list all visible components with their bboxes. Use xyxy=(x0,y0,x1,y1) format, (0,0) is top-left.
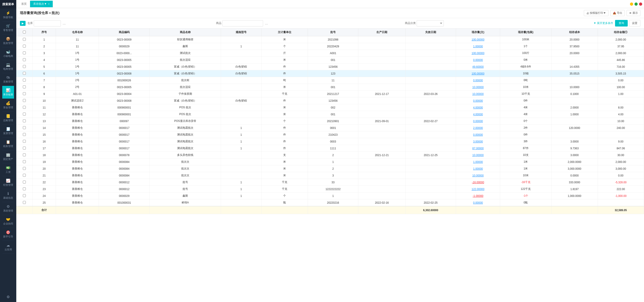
tab-close-1[interactable]: × xyxy=(48,3,50,5)
cell-amount-23: -1,000.00 xyxy=(598,193,644,199)
cell-qty-main-15[interactable]: 3.00000 xyxy=(456,138,500,145)
cell-qty-pack-22: 122千克 xyxy=(500,186,552,193)
sidebar-item-小鲸电商[interactable]: 🐋小鲸电商 xyxy=(2,47,14,60)
export-button[interactable]: 📤 导出 xyxy=(610,10,625,16)
cell-qty-main-12[interactable]: 0.00000 xyxy=(456,118,500,125)
sidebar-label-12: 工资 xyxy=(6,171,11,173)
warehouse-input[interactable] xyxy=(34,20,61,27)
print-button[interactable]: 🖨 按模版打印▼ xyxy=(584,10,608,16)
cell-qty-main-0[interactable]: 100.00000 xyxy=(456,36,500,43)
row-select-4[interactable] xyxy=(23,65,26,68)
row-select-13[interactable] xyxy=(23,126,26,129)
sidebar-item-电商管理[interactable]: 💻电商管理 xyxy=(2,60,14,73)
row-select-6[interactable] xyxy=(23,79,26,82)
row-select-0[interactable] xyxy=(23,38,26,41)
row-select-11[interactable] xyxy=(23,113,26,115)
goods-input[interactable] xyxy=(222,20,263,27)
sidebar-item-系统管理[interactable]: ⚙系统管理 xyxy=(2,202,14,215)
sidebar-item-企业协同[interactable]: 🤝企业协同 xyxy=(2,215,14,228)
row-select-16[interactable] xyxy=(23,146,26,149)
cell-qty-main-6[interactable]: 0.00000 xyxy=(456,77,500,84)
warehouse-label: 仓库 xyxy=(27,21,33,25)
sidebar-label-5: 采购管理 xyxy=(3,80,13,83)
cell-batch-15: 0003 xyxy=(308,138,358,145)
cell-qty-main-4[interactable]: 49.60000 xyxy=(456,63,500,70)
row-select-8[interactable] xyxy=(23,92,26,95)
row-select-20[interactable] xyxy=(23,174,26,177)
display-button[interactable]: 👁 展示 xyxy=(626,10,640,16)
tab-item-1[interactable]: 库存批次▼× xyxy=(30,1,53,7)
sidebar-item-资金管理[interactable]: 💰资金管理 xyxy=(2,99,14,112)
search-button[interactable]: 查询 xyxy=(615,20,628,27)
maximize-button[interactable] xyxy=(634,3,638,6)
cell-qty-main-21[interactable]: -16.00000 xyxy=(456,179,500,186)
sidebar-item-库存核算[interactable]: 📊库存核算 xyxy=(2,86,14,99)
cell-warehouse-1: 11 xyxy=(56,43,99,50)
cell-qty-main-7[interactable]: 10.00000 xyxy=(456,84,500,91)
row-select-3[interactable] xyxy=(23,58,26,61)
sidebar-item-工资[interactable]: 💵工资 xyxy=(2,163,14,176)
tab-item-0[interactable]: 首页 xyxy=(18,1,30,7)
category-select[interactable] xyxy=(417,20,444,27)
cell-qty-main-17[interactable]: 10.00000 xyxy=(456,152,500,159)
row-select-10[interactable] xyxy=(23,106,26,109)
sidebar-item-发票管理[interactable]: 🧾发票管理 xyxy=(2,125,14,137)
cell-qty-main-8[interactable]: 10.00000 xyxy=(456,91,500,97)
cell-qty-main-9[interactable]: 0.00000 xyxy=(456,97,500,104)
summary-empty-3 xyxy=(99,206,150,214)
cell-qty-main-16[interactable]: 87.00000 xyxy=(456,145,500,152)
cell-qty-main-1[interactable]: 1.00000 xyxy=(456,43,500,50)
row-select-2[interactable] xyxy=(23,51,26,54)
sidebar-item-云应用[interactable]: ☁云应用 xyxy=(2,241,14,254)
cell-code-10: 000900001 xyxy=(99,104,150,111)
row-select-7[interactable] xyxy=(23,85,26,88)
sidebar-item-零售管理[interactable]: 🛒零售管理 xyxy=(2,22,14,35)
filter-toggle-button[interactable]: ▶ xyxy=(20,21,26,26)
cell-qty-main-22[interactable]: 122.00000 xyxy=(456,186,500,193)
select-all-checkbox[interactable] xyxy=(23,31,26,34)
cell-qty-main-18[interactable]: 1.00000 xyxy=(456,159,500,165)
cell-qty-main-20[interactable]: 10.00000 xyxy=(456,172,500,179)
cell-qty-main-24[interactable]: 0.00000 xyxy=(456,199,500,206)
sidebar-item-固定资产[interactable]: 🏢固定资产 xyxy=(2,150,14,163)
sidebar-item-settings[interactable]: ⚙ xyxy=(0,292,16,302)
row-select-18[interactable] xyxy=(23,160,26,163)
row-select-24[interactable] xyxy=(23,201,26,204)
cell-name-8: 子件保质期 xyxy=(150,91,221,97)
row-select-5[interactable] xyxy=(23,72,26,75)
sidebar-item-经营管理[interactable]: 📈经营管理 xyxy=(2,176,14,189)
sidebar-item-采购管理[interactable]: 🛍采购管理 xyxy=(2,73,14,86)
sidebar-item-新手引导[interactable]: 🎯新手引导 xyxy=(2,228,14,241)
row-select-23[interactable] xyxy=(23,194,26,197)
sidebar-item-基础信息[interactable]: ℹ基础信息 xyxy=(2,189,14,202)
row-select-9[interactable] xyxy=(23,99,26,102)
sidebar-item-批发管理[interactable]: 📦批发管理 xyxy=(2,35,14,47)
cell-qty-main-19[interactable]: 1.00000 xyxy=(456,165,500,172)
close-button[interactable] xyxy=(639,3,642,6)
row-select-21[interactable] xyxy=(23,181,26,184)
minimize-button[interactable] xyxy=(630,3,633,6)
row-select-1[interactable] xyxy=(23,45,26,48)
expand-conditions-button[interactable]: ▼ 展开更多条件 xyxy=(594,21,613,25)
cell-prod-date-0 xyxy=(358,36,405,43)
cell-qty-main-13[interactable]: 2.00000 xyxy=(456,125,500,131)
sidebar-item-总账管理[interactable]: 📒总账管理 xyxy=(2,112,14,125)
cell-qty-main-14[interactable]: 0.00000 xyxy=(456,131,500,138)
row-select-19[interactable] xyxy=(23,167,26,170)
cell-qty-main-23[interactable]: -1.00000 xyxy=(456,193,500,199)
sidebar-item-税务管理[interactable]: 📋税务管理 xyxy=(2,137,14,150)
cell-qty-main-10[interactable]: 4.00000 xyxy=(456,104,500,111)
set-button[interactable]: 设置 xyxy=(629,20,640,27)
sidebar-item-快捷导航[interactable]: ⚡快捷导航 xyxy=(2,9,14,22)
goods-filter-group: 商品 ... xyxy=(216,20,403,27)
sidebar-logo[interactable]: 搜索菜单 xyxy=(0,0,16,9)
cell-qty-main-3[interactable]: 0.00000 xyxy=(456,57,500,63)
row-select-22[interactable] xyxy=(23,187,26,190)
row-select-12[interactable] xyxy=(23,119,26,122)
row-select-17[interactable] xyxy=(23,153,26,156)
cell-qty-main-2[interactable]: 100.00000 xyxy=(456,50,500,57)
row-select-15[interactable] xyxy=(23,140,26,143)
cell-qty-main-11[interactable]: 4.00000 xyxy=(456,111,500,118)
cell-qty-main-5[interactable]: 100.00000 xyxy=(456,70,500,77)
row-select-14[interactable] xyxy=(23,133,26,136)
